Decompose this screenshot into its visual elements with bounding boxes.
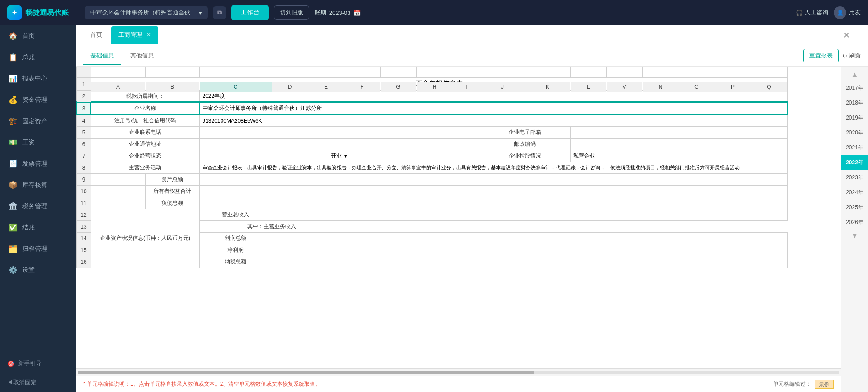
total-assets-value[interactable] bbox=[199, 174, 787, 186]
total-revenue-value[interactable] bbox=[272, 209, 787, 221]
avatar: 👤 bbox=[834, 6, 846, 19]
period-area: 账期 2023-03 📅 bbox=[315, 9, 361, 17]
sidebar-item-home[interactable]: 🏠 首页 bbox=[0, 25, 76, 47]
year-2020[interactable]: 2020年 bbox=[841, 125, 868, 140]
col-F-header[interactable]: F bbox=[344, 81, 380, 92]
sidebar-item-inventory[interactable]: 📦 库存核算 bbox=[0, 174, 76, 196]
tab-home[interactable]: 首页 bbox=[83, 26, 109, 44]
main-revenue-value[interactable] bbox=[344, 221, 751, 233]
company-name-value[interactable]: 中审众环会计师事务所（特殊普通合伙）江苏分所 bbox=[199, 102, 787, 115]
sidebar-label-close: 结账 bbox=[22, 224, 35, 232]
year-up-button[interactable]: ▲ bbox=[841, 69, 868, 81]
col-O-header[interactable]: O bbox=[679, 81, 715, 92]
row-4-header: 4 bbox=[76, 115, 91, 127]
window-expand-button[interactable]: ⛶ bbox=[854, 30, 861, 40]
sidebar-item-salary[interactable]: 💵 工资 bbox=[0, 132, 76, 153]
postcode-value[interactable] bbox=[570, 139, 787, 150]
reg-no-label: 注册号/统一社会信用代码 bbox=[91, 115, 199, 127]
col-B-header[interactable]: B bbox=[145, 81, 199, 92]
address-value[interactable] bbox=[199, 139, 480, 150]
refresh-button[interactable]: ↻ 刷新 bbox=[842, 52, 861, 60]
equity-value[interactable] bbox=[199, 186, 787, 197]
assets-status-label: 企业资产状况信息(币种：人民币万元) bbox=[91, 209, 199, 268]
sidebar-item-assets[interactable]: 🏗️ 固定资产 bbox=[0, 110, 76, 132]
spreadsheet-main: A B C D E F G H I J bbox=[76, 67, 841, 392]
sidebar-item-close[interactable]: ✅ 结账 bbox=[0, 217, 76, 238]
col-P-header[interactable]: P bbox=[715, 81, 751, 92]
tab-close-icon[interactable]: ✕ bbox=[146, 32, 151, 38]
year-down-button[interactable]: ▼ bbox=[841, 230, 868, 242]
liabilities-value[interactable] bbox=[199, 197, 787, 209]
year-2017[interactable]: 2017年 bbox=[841, 81, 868, 96]
total-tax-label: 纳税总额 bbox=[199, 256, 272, 268]
settings-icon: ⚙️ bbox=[9, 266, 18, 274]
sub-tab-basic[interactable]: 基础信息 bbox=[83, 47, 121, 65]
year-2025[interactable]: 2025年 bbox=[841, 200, 868, 215]
window-close-button[interactable]: ✕ bbox=[843, 30, 850, 40]
workbench-button[interactable]: 工作台 bbox=[231, 5, 269, 20]
cancel-pin-button[interactable]: ◀取消固定 bbox=[0, 373, 76, 392]
year-2021[interactable]: 2021年 bbox=[841, 140, 868, 155]
col-H-header[interactable]: H bbox=[416, 81, 453, 92]
sub-tab-other[interactable]: 其他信息 bbox=[123, 47, 161, 65]
user-area[interactable]: 👤 用友 bbox=[834, 6, 861, 19]
tax-period-value[interactable]: 2022年度 bbox=[199, 91, 787, 103]
row-6-header: 6 bbox=[76, 139, 91, 150]
sidebar-item-reports[interactable]: 📊 报表中心 bbox=[0, 68, 76, 89]
reset-report-button[interactable]: 重置报表 bbox=[803, 49, 839, 62]
col-I-header[interactable]: I bbox=[453, 81, 480, 92]
sidebar-item-archive[interactable]: 🗂️ 归档管理 bbox=[0, 238, 76, 259]
col-E-header[interactable]: E bbox=[308, 81, 344, 92]
cancel-pin-label: ◀取消固定 bbox=[7, 378, 37, 387]
year-2019[interactable]: 2019年 bbox=[841, 110, 868, 125]
sidebar-item-invoice[interactable]: 🧾 发票管理 bbox=[0, 153, 76, 174]
row-10-A bbox=[91, 186, 145, 197]
row-12-header: 12 bbox=[76, 209, 91, 221]
col-Q-header[interactable]: Q bbox=[751, 81, 787, 92]
support-button[interactable]: 🎧 人工咨询 bbox=[796, 9, 828, 17]
contact-phone-value[interactable] bbox=[199, 127, 480, 139]
col-M-header[interactable]: M bbox=[606, 81, 642, 92]
col-N-header[interactable]: N bbox=[642, 81, 679, 92]
sidebar-item-ledger[interactable]: 📋 总账 bbox=[0, 47, 76, 68]
col-D-header[interactable]: D bbox=[272, 81, 308, 92]
sidebar-item-tax[interactable]: 🏛️ 税务管理 bbox=[0, 196, 76, 217]
col-C-header[interactable]: C bbox=[199, 81, 272, 92]
reg-no-value[interactable]: 91320100MA208E5W6K bbox=[199, 115, 787, 127]
scroll-thumb[interactable] bbox=[78, 371, 534, 374]
year-2022[interactable]: 2022年 bbox=[841, 155, 868, 170]
col-L-header[interactable]: L bbox=[570, 81, 606, 92]
spreadsheet-scroll[interactable]: A B C D E F G H I J bbox=[76, 67, 841, 368]
row-1-header: 1 bbox=[76, 78, 91, 91]
col-J-header[interactable]: J bbox=[480, 81, 525, 92]
total-tax-value[interactable] bbox=[272, 256, 787, 268]
biz-status-value[interactable]: 开业 ▼ bbox=[199, 150, 480, 162]
total-profit-value[interactable] bbox=[272, 233, 787, 244]
holding-label: 企业控股情况 bbox=[480, 150, 570, 162]
col-A-header[interactable]: A bbox=[91, 81, 145, 92]
year-2024[interactable]: 2024年 bbox=[841, 185, 868, 200]
sidebar-item-finance[interactable]: 💰 资金管理 bbox=[0, 89, 76, 110]
horizontal-scrollbar[interactable] bbox=[76, 368, 841, 376]
year-2018[interactable]: 2018年 bbox=[841, 96, 868, 110]
new-guide-button[interactable]: 🎯 新手引导 bbox=[0, 354, 76, 373]
email-value[interactable] bbox=[570, 127, 787, 139]
col-G-header[interactable]: G bbox=[380, 81, 416, 92]
refresh-label: 刷新 bbox=[849, 52, 861, 60]
business-tab-label: 工商管理 bbox=[118, 31, 142, 38]
net-profit-value[interactable] bbox=[272, 244, 787, 256]
main-biz-value[interactable]: 审查企业会计报表；出具审计报告；验证企业资本；出具验资报告；办理企业合开、分立、… bbox=[199, 162, 787, 174]
sidebar-item-settings[interactable]: ⚙️ 设置 bbox=[0, 259, 76, 281]
year-2026[interactable]: 2026年 bbox=[841, 215, 868, 230]
year-2023[interactable]: 2023年 bbox=[841, 170, 868, 185]
copy-button[interactable]: ⧉ bbox=[213, 6, 226, 19]
old-version-button[interactable]: 切到旧版 bbox=[274, 5, 309, 20]
topbar: ✦ 畅捷通易代账 中审众环会计师事务所（特殊普通合伙... ▾ ⧉ 工作台 切到… bbox=[0, 0, 868, 25]
postcode-label: 邮政编码 bbox=[480, 139, 570, 150]
holding-value[interactable]: 私营企业 bbox=[570, 150, 787, 162]
company-selector[interactable]: 中审众环会计师事务所（特殊普通合伙... ▾ bbox=[85, 6, 208, 19]
calendar-icon[interactable]: 📅 bbox=[354, 10, 361, 16]
sidebar-label-salary: 工资 bbox=[22, 139, 35, 147]
col-K-header[interactable]: K bbox=[525, 81, 570, 92]
tab-business-mgmt[interactable]: 工商管理 ✕ bbox=[111, 26, 158, 44]
